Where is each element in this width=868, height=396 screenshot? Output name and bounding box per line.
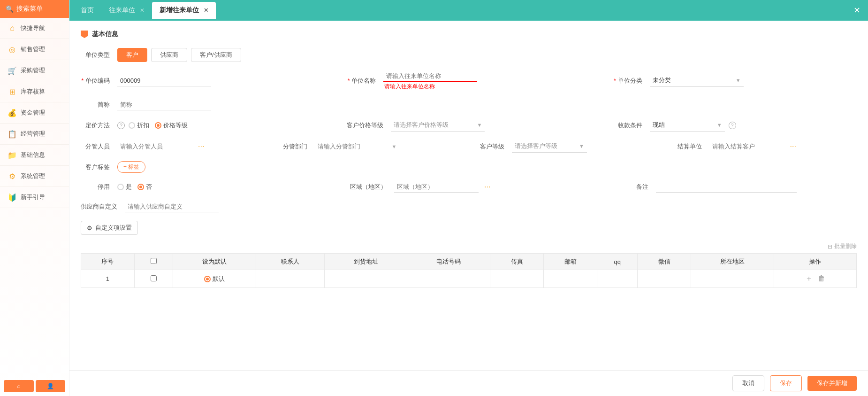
manager-group: 分管人员 ··· [81,141,265,152]
tab-new-partner-close[interactable]: ✕ [204,7,208,14]
unit-name-input[interactable] [383,70,477,82]
customer-level-select[interactable]: 请选择客户等级 ▼ [512,140,587,153]
abbr-input[interactable] [117,99,211,110]
disable-label: 停用 [81,183,114,191]
customer-price-placeholder: 请选择客户价格等级 [394,121,475,129]
type-btn-supplier[interactable]: 供应商 [151,48,187,62]
sidebar: 🔍 搜索菜单 ⌂ 快捷导航 ◎ 销售管理 🛒 采购管理 ⊞ 库存核算 💰 资金管… [0,0,69,396]
payment-condition-value: 现结 [653,121,715,129]
unit-code-label: 单位编码 [81,77,114,85]
tab-partner[interactable]: 往来单位 ✕ [101,2,152,19]
sidebar-item-inventory[interactable]: ⊞ 库存核算 [0,81,69,102]
settlement-input[interactable] [709,141,784,152]
purchase-icon: 🛒 [8,66,17,75]
sidebar-item-operations[interactable]: 📋 经营管理 [0,124,69,145]
unit-code-input[interactable] [117,75,211,86]
pricing-method-group: 定价方法 ? 折扣 价格等级 [81,121,324,130]
pricing-level-circle [155,122,161,129]
select-all-checkbox[interactable] [151,258,157,264]
batch-delete-btn[interactable]: ⊟ 批量删除 [828,242,857,250]
col-qq: qq [597,254,638,270]
tab-partner-close[interactable]: ✕ [140,7,145,14]
sidebar-home-btn[interactable]: ⌂ [4,380,34,392]
section-header: 基本信息 [81,30,857,39]
payment-condition-select[interactable]: 现结 ▼ [650,119,725,132]
disable-radio-no[interactable]: 否 [137,183,152,191]
sidebar-profile-btn[interactable]: 👤 [36,380,66,392]
abbr-group: 简称 [81,99,857,110]
row-checkbox [134,270,173,288]
batch-delete-icon: ⊟ [828,243,832,250]
col-fax: 传真 [490,254,544,270]
sidebar-item-purchase[interactable]: 🛒 采购管理 [0,60,69,81]
cancel-button[interactable]: 取消 [732,375,764,391]
remark-group: 备注 [619,181,857,193]
manager-label: 分管人员 [81,142,114,151]
dept-input[interactable] [315,141,390,152]
row-default-radio[interactable]: 默认 [178,275,251,283]
sidebar-item-sales[interactable]: ◎ 销售管理 [0,39,69,60]
col-default: 设为默认 [173,254,256,270]
unit-category-select[interactable]: 未分类 ▼ [650,74,744,87]
tag-row: 客户标签 + 标签 [81,161,857,173]
dept-group: 分管部门 ▼ [278,141,463,152]
row-email [544,270,597,288]
pricing-radio-level[interactable]: 价格等级 [155,121,188,130]
row-add-btn[interactable]: ＋ [803,274,815,284]
manager-input[interactable] [117,141,192,152]
region-input[interactable] [394,181,479,193]
sidebar-item-finance[interactable]: 💰 资金管理 [0,102,69,124]
contacts-table: 序号 设为默认 联系人 到货地址 电话号码 传真 邮箱 qq 微信 所在地区 操… [81,253,857,288]
remark-input[interactable] [656,181,797,193]
payment-condition-group: 收款条件 现结 ▼ ? [613,119,857,132]
sidebar-item-quick-nav[interactable]: ⌂ 快捷导航 [0,18,69,39]
disable-group: 停用 是 否 [81,183,318,191]
unit-type-label: 单位类型 [81,51,114,59]
row-address [324,270,407,288]
search-menu[interactable]: 🔍 搜索菜单 [0,0,69,18]
basic-icon: 📁 [8,150,17,160]
settlement-dots[interactable]: ··· [788,142,798,151]
pricing-help-icon[interactable]: ? [117,122,125,129]
custom-settings-btn[interactable]: ⚙ 自定义项设置 [81,221,138,235]
supplier-custom-input[interactable] [125,201,219,212]
unit-category-value: 未分类 [653,76,734,85]
row-select-checkbox[interactable] [151,275,157,281]
col-email: 邮箱 [544,254,597,270]
finance-icon: 💰 [8,108,17,117]
disable-yes-circle [117,184,124,190]
custom-settings-wrap: ⚙ 自定义项设置 [81,221,857,235]
settlement-group: 结算单位 ··· [673,141,857,152]
window-close-btn[interactable]: ✕ [850,3,864,17]
abbr-label: 简称 [81,101,114,109]
save-new-button[interactable]: 保存并新增 [807,376,857,391]
unit-category-group: 单位分类 未分类 ▼ [613,74,857,87]
tab-new-partner[interactable]: 新增往来单位 ✕ [152,2,216,19]
supplier-custom-label: 供应商自定义 [81,202,121,211]
col-action: 操作 [774,254,856,270]
sidebar-item-system[interactable]: ⚙ 系统管理 [0,166,69,187]
row-del-btn[interactable]: 🗑 [816,274,827,283]
disable-radio-yes[interactable]: 是 [117,183,132,191]
unit-name-label: 单位名称 [347,77,380,85]
customer-price-select[interactable]: 请选择客户价格等级 ▼ [391,119,485,132]
col-wechat: 微信 [638,254,691,270]
add-tag-btn[interactable]: + 标签 [117,161,145,173]
sidebar-item-basic[interactable]: 📁 基础信息 [0,145,69,166]
manager-dots[interactable]: ··· [196,142,206,151]
sidebar-bottom: ⌂ 👤 [0,376,69,396]
tab-home[interactable]: 首页 [73,2,101,19]
region-label: 区域（地区） [350,183,390,191]
pricing-radio-discount[interactable]: 折扣 [129,121,149,130]
abbr-row: 简称 [81,99,857,110]
tag-label: 客户标签 [81,163,114,171]
payment-help-icon[interactable]: ? [729,122,736,129]
type-btn-customer[interactable]: 客户 [117,48,147,62]
region-dots[interactable]: ··· [482,183,492,191]
unit-code-group: 单位编码 [81,75,324,86]
pricing-radio-group: 折扣 价格等级 [129,121,188,130]
col-no: 序号 [81,254,135,270]
save-button[interactable]: 保存 [770,375,802,391]
type-btn-both[interactable]: 客户/供应商 [191,48,241,62]
sidebar-item-guide[interactable]: 🔰 新手引导 [0,187,69,208]
